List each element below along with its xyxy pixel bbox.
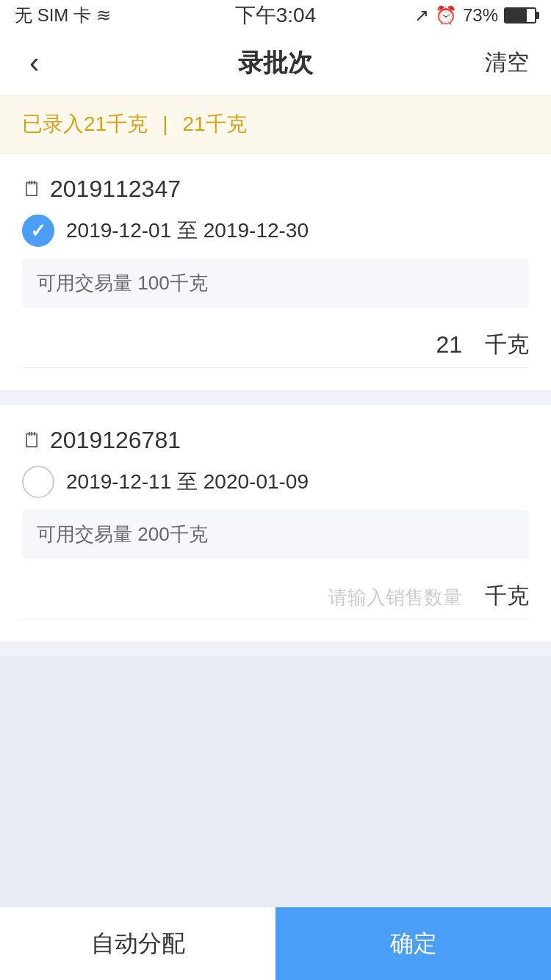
- page-title: 录批次: [238, 46, 313, 80]
- batch-input-row-2: 千克: [22, 574, 529, 619]
- batch-header-1: 🗒 2019112347: [22, 176, 529, 203]
- batch-available-1: 可用交易量 100千克: [22, 259, 529, 308]
- batch-number-1: 2019112347: [50, 176, 181, 203]
- batch-radio-2[interactable]: [22, 466, 54, 498]
- battery-fill: [505, 9, 527, 22]
- batch-number-2: 2019126781: [50, 427, 181, 454]
- section-separator-2: [0, 641, 551, 656]
- batch-doc-icon-1: 🗒: [22, 177, 43, 201]
- location-icon: ↗: [414, 5, 429, 26]
- sim-status: 无 SIM 卡 ≋: [15, 4, 111, 27]
- auto-distribute-button[interactable]: 自动分配: [0, 907, 276, 980]
- batch-date-2: 2019-12-11 至 2020-01-09: [66, 468, 309, 496]
- nav-bar: ‹ 录批次 清空: [0, 31, 551, 96]
- batch-date-1: 2019-12-01 至 2019-12-30: [66, 217, 309, 245]
- bottom-buttons: 自动分配 确定: [0, 907, 551, 980]
- battery-icon: [504, 7, 536, 24]
- batch-doc-icon-2: 🗒: [22, 428, 43, 453]
- batch-card-2: 🗒 2019126781 2019-12-11 至 2020-01-09 可用交…: [0, 405, 551, 641]
- batch-input-row-1: 千克: [22, 323, 529, 368]
- batch-date-row-2: 2019-12-11 至 2020-01-09: [22, 466, 529, 498]
- batch-unit-2: 千克: [485, 581, 529, 611]
- batch-quantity-input-1[interactable]: [326, 331, 473, 359]
- batch-available-2: 可用交易量 200千克: [22, 510, 529, 559]
- section-separator-1: [0, 390, 551, 405]
- summary-value: 21千克: [182, 110, 246, 138]
- batch-date-row-1: 2019-12-01 至 2019-12-30: [22, 215, 529, 247]
- empty-area: [0, 656, 551, 950]
- status-bar-left: 无 SIM 卡 ≋: [15, 4, 111, 27]
- summary-recorded-label: 已录入21千克: [22, 110, 148, 138]
- status-bar-right: ↗ ⏰ 73%: [414, 5, 536, 26]
- clear-button[interactable]: 清空: [485, 48, 529, 78]
- summary-divider: |: [162, 112, 168, 136]
- battery-percent: 73%: [463, 5, 498, 26]
- summary-bar: 已录入21千克 | 21千克: [0, 96, 551, 154]
- back-button[interactable]: ‹: [22, 39, 46, 87]
- batch-header-2: 🗒 2019126781: [22, 427, 529, 454]
- batch-unit-1: 千克: [485, 330, 529, 360]
- batch-quantity-input-2[interactable]: [326, 583, 473, 610]
- confirm-button[interactable]: 确定: [276, 907, 551, 980]
- batch-radio-1[interactable]: [22, 215, 54, 247]
- status-bar-time: 下午3:04: [235, 1, 317, 29]
- alarm-icon: ⏰: [435, 5, 457, 26]
- status-bar: 无 SIM 卡 ≋ 下午3:04 ↗ ⏰ 73%: [0, 0, 551, 31]
- batch-card-1: 🗒 2019112347 2019-12-01 至 2019-12-30 可用交…: [0, 154, 551, 390]
